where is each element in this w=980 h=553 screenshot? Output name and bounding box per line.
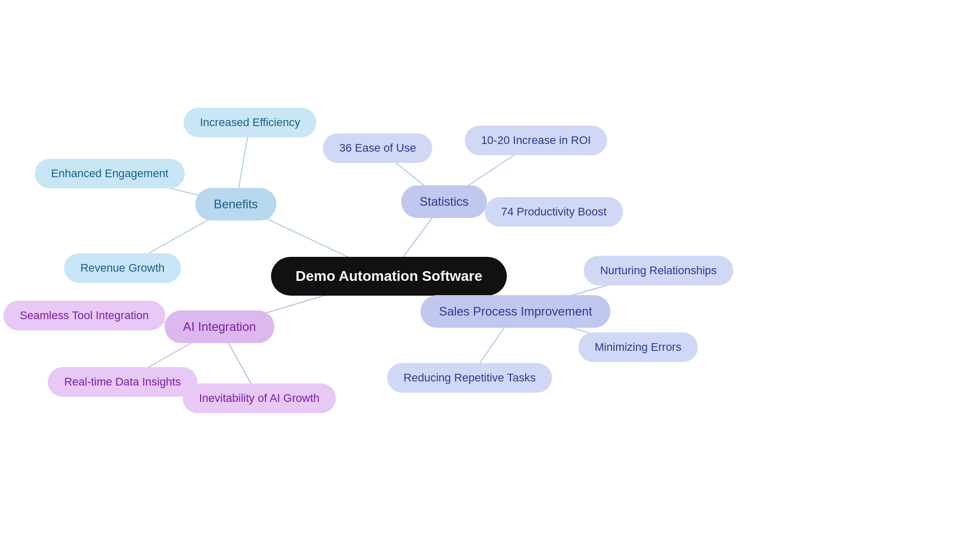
child-ease-of-use: 36 Ease of Use (323, 133, 432, 163)
child-inevitability-ai: Inevitability of AI Growth (183, 383, 336, 413)
child-reducing-repetitive: Reducing Repetitive Tasks (387, 363, 552, 393)
child-realtime-data: Real-time Data Insights (48, 367, 198, 397)
mindmap-container: Demo Automation SoftwareBenefitsIncrease… (0, 0, 980, 553)
child-nurturing-relationships: Nurturing Relationships (584, 256, 733, 285)
child-increased-efficiency: Increased Efficiency (184, 108, 316, 137)
branch-ai-integration: AI Integration (165, 310, 275, 343)
child-revenue-growth: Revenue Growth (64, 253, 181, 283)
branch-statistics: Statistics (401, 185, 487, 218)
child-minimizing-errors: Minimizing Errors (578, 332, 698, 362)
child-enhanced-engagement: Enhanced Engagement (35, 159, 185, 188)
branch-benefits: Benefits (195, 188, 277, 221)
center-node: Demo Automation Software (271, 257, 507, 296)
child-seamless-tool: Seamless Tool Integration (4, 301, 165, 330)
child-increase-roi: 10-20 Increase in ROI (464, 126, 607, 155)
branch-sales-process: Sales Process Improvement (421, 295, 610, 328)
child-productivity-boost: 74 Productivity Boost (485, 197, 623, 227)
